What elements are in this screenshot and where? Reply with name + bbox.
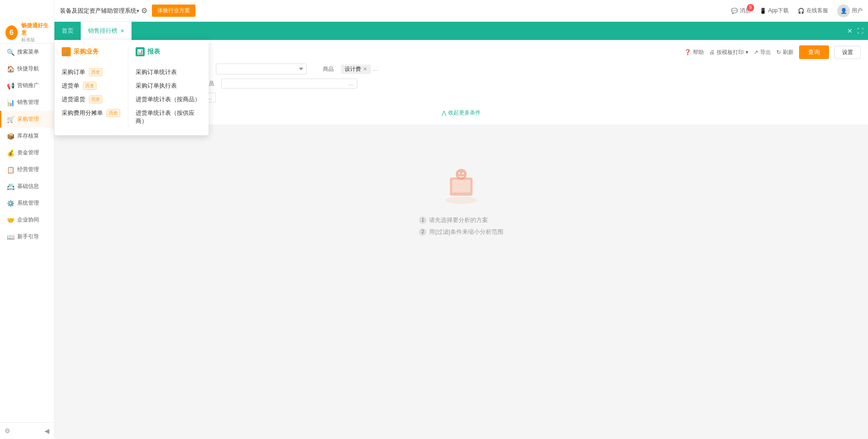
goods-more-btn[interactable]: ... (373, 66, 377, 72)
settings-btn[interactable]: ⚙ (141, 6, 147, 15)
dropdown-item-incoming-supplier-stat[interactable]: 进货单统计表（按供应商） (136, 106, 202, 128)
purchase-col: 🛒 采购业务 采购订单 历史 进货单 历史 进货退货 历史 采购费用分摊单 历史 (62, 47, 128, 128)
query-button[interactable]: 查询 (799, 45, 829, 59)
industry-btn[interactable]: 体验行业方案 (152, 5, 195, 17)
tab-bar: 首页 销售排行榜 ✕ ✕ ⛶ (54, 22, 868, 40)
sidebar-item-marketing[interactable]: 📢 营销推广 (0, 77, 54, 94)
purchase-col-header: 🛒 采购业务 (62, 47, 128, 60)
sidebar-footer: ⚙ ◀ (0, 422, 54, 439)
message-action[interactable]: 💬 消息 9 (731, 7, 751, 15)
headset-icon: 🎧 (798, 8, 805, 14)
sidebar-item-quicknav[interactable]: 🏠 快捷导航 (0, 60, 54, 77)
sidebar-item-guide[interactable]: 📖 新手引导 (0, 228, 54, 245)
svg-point-3 (456, 169, 467, 180)
sidebar-item-operation[interactable]: 📋 经营管理 (0, 161, 54, 178)
app-download-action[interactable]: 📱 App下载 (760, 7, 789, 15)
settings-button[interactable]: 设置 (834, 46, 861, 59)
tab-close-window[interactable]: ✕ (847, 27, 853, 35)
salesperson-more[interactable]: ... (349, 80, 353, 87)
report-col: 📊 报表 采购订单统计表 采购订单执行表 进货单统计表（按商品） 进货单统计表（… (128, 47, 202, 128)
money-icon: 💰 (7, 149, 15, 157)
dropdown-cols: 🛒 采购业务 采购订单 历史 进货单 历史 进货退货 历史 采购费用分摊单 历史 (62, 47, 201, 128)
sidebar-item-inventory[interactable]: 📦 库存核算 (0, 128, 54, 144)
logo-icon: 6 (5, 25, 18, 40)
dropdown-item-purchase-order-stat[interactable]: 采购订单统计表 (136, 65, 202, 79)
system-title: 装备及固定资产辅助管理系统 (60, 7, 137, 15)
doc-status-select[interactable] (216, 64, 307, 74)
dropdown-item-purchase-order-exec[interactable]: 采购订单执行表 (136, 79, 202, 93)
sidebar-item-search[interactable]: 🔍 搜索菜单 (0, 44, 54, 60)
tab-sales-rank[interactable]: 销售排行榜 ✕ (81, 22, 132, 40)
empty-tips: 1 请先选择要分析的方案 2 用[过滤]条件来缩小分析范围 (419, 214, 503, 238)
dropdown-item-purchase-order[interactable]: 采购订单 历史 (62, 65, 128, 79)
message-icon: 💬 (731, 8, 738, 14)
sidebar-item-finance[interactable]: 💰 资金管理 (0, 144, 54, 161)
card-icon: 📇 (7, 183, 15, 190)
handshake-icon: 🤝 (7, 217, 15, 224)
empty-state: 1 请先选择要分析的方案 2 用[过滤]条件来缩小分析范围 (54, 125, 868, 274)
export-btn[interactable]: ↗ 导出 (754, 49, 771, 56)
cart-icon: 🛒 (7, 116, 15, 123)
top-header: 6 畅捷通好生意 标准版 🔍 搜索菜单 🏠 快捷导航 📢 营销推广 📊 (0, 0, 868, 22)
home-icon: 🏠 (7, 65, 15, 73)
search-icon: 🔍 (7, 49, 15, 56)
svg-point-5 (462, 173, 464, 174)
sidebar-item-basic[interactable]: 📇 基础信息 (0, 178, 54, 195)
goods-tag-remove[interactable]: ✕ (363, 66, 367, 72)
svg-point-0 (445, 197, 477, 204)
sidebar-collapse-btn[interactable]: ◀ (44, 427, 49, 434)
purchase-col-icon: 🛒 (62, 47, 71, 56)
dropdown-item-expense[interactable]: 采购费用分摊单 历史 (62, 106, 128, 120)
avatar: 👤 (837, 5, 850, 17)
chart-icon: 📊 (7, 99, 15, 106)
collapse-icon: ⋀ (442, 110, 446, 116)
report-col-header: 📊 报表 (136, 47, 202, 60)
print-btn[interactable]: 🖨 按模板打印 ▾ (709, 49, 748, 56)
sidebar-settings-btn[interactable]: ⚙ (5, 427, 10, 434)
goods-label: 商品 (323, 65, 334, 73)
tab-bar-actions: ✕ ⛶ (847, 27, 868, 35)
help-icon: ❓ (684, 49, 691, 55)
gear-icon: ⚙️ (7, 200, 15, 207)
refresh-btn[interactable]: ↻ 刷新 (776, 49, 794, 56)
box-icon: 📦 (7, 133, 15, 140)
help-btn[interactable]: ❓ 帮助 (684, 49, 704, 56)
phone-icon: 📱 (760, 8, 766, 14)
sidebar-nav: 🔍 搜索菜单 🏠 快捷导航 📢 营销推广 📊 销售管理 🛒 采购管理 📦 (0, 44, 54, 422)
logo-text: 畅捷通好生意 标准版 (21, 22, 49, 42)
tab-expand-window[interactable]: ⛶ (857, 27, 863, 35)
clipboard-icon: 📋 (7, 166, 15, 173)
tab-close-icon[interactable]: ✕ (120, 28, 124, 34)
empty-illustration (439, 162, 484, 207)
sidebar-item-collab[interactable]: 🤝 企业协同 (0, 212, 54, 228)
dropdown-item-return[interactable]: 进货退货 历史 (62, 93, 128, 106)
refresh-icon: ↻ (776, 49, 781, 55)
sidebar-item-purchase[interactable]: 🛒 采购管理 (0, 111, 54, 128)
title-dropdown[interactable]: ▾ (137, 8, 139, 14)
svg-point-4 (458, 173, 460, 174)
online-service-action[interactable]: 🎧 在线客服 (798, 7, 828, 15)
export-icon: ↗ (754, 49, 758, 55)
user-action[interactable]: 👤 用户 (837, 5, 863, 17)
print-icon: 🖨 (709, 49, 715, 55)
megaphone-icon: 📢 (7, 82, 15, 89)
svg-rect-2 (452, 180, 470, 192)
dropdown-item-incoming-goods-stat[interactable]: 进货单统计表（按商品） (136, 93, 202, 106)
header-right: 💬 消息 9 📱 App下载 🎧 在线客服 👤 用户 (731, 5, 863, 17)
tab-home[interactable]: 首页 (54, 22, 81, 40)
report-col-icon: 📊 (136, 47, 145, 56)
sidebar: 6 畅捷通好生意 标准版 🔍 搜索菜单 🏠 快捷导航 📢 营销推广 📊 (0, 0, 54, 439)
sidebar-item-sales[interactable]: 📊 销售管理 (0, 94, 54, 111)
goods-tag: 设计费 ✕ (341, 64, 371, 74)
sidebar-item-system[interactable]: ⚙️ 系统管理 (0, 195, 54, 212)
dropdown-item-incoming[interactable]: 进货单 历史 (62, 79, 128, 93)
book-icon: 📖 (7, 233, 15, 241)
print-dropdown-icon[interactable]: ▾ (746, 49, 748, 55)
purchase-dropdown-menu: 🛒 采购业务 采购订单 历史 进货单 历史 进货退货 历史 采购费用分摊单 历史 (54, 40, 209, 135)
